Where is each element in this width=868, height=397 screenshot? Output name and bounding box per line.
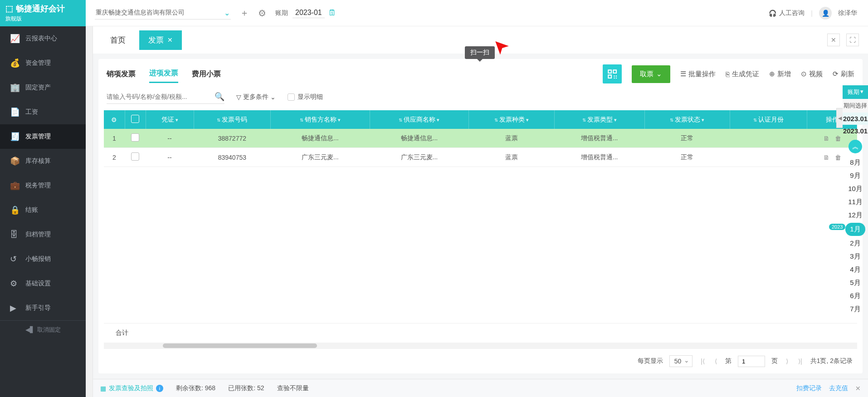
video-button[interactable]: ⊙视频	[801, 70, 823, 78]
search-icon[interactable]: 🔍	[215, 92, 224, 102]
row-index: 2	[104, 148, 125, 167]
month-option[interactable]: 3月	[843, 250, 868, 263]
th-number[interactable]: ⇅发票号码	[194, 110, 271, 129]
billing-link[interactable]: 扣费记录	[796, 384, 822, 392]
page-input[interactable]	[738, 356, 765, 367]
month-option[interactable]: 5月	[843, 276, 868, 289]
scroll-up-button[interactable]: ︽	[848, 140, 862, 153]
subtab-sales[interactable]: 销项发票	[107, 66, 136, 83]
settings-icon[interactable]: ⚙	[258, 8, 266, 19]
th-settings[interactable]: ⚙	[104, 110, 125, 129]
year-option[interactable]: 2023.01	[843, 125, 868, 137]
delete-icon[interactable]: 🗑	[835, 154, 841, 161]
gen-voucher-button[interactable]: ⎘生成凭证	[726, 70, 759, 78]
sidebar-unpin[interactable]: ◀▋取消固定	[0, 320, 86, 338]
last-page-button[interactable]: ⟩|	[796, 358, 804, 365]
period-value[interactable]: 2023-01	[293, 8, 325, 18]
batch-ops-button[interactable]: ☰批量操作	[680, 70, 716, 78]
row-checkbox[interactable]	[131, 152, 139, 161]
sidebar-item-guide[interactable]: ▶新手引导	[0, 296, 86, 320]
filter-icon: ▾	[437, 117, 439, 123]
fullscreen-button[interactable]: ⛶	[846, 34, 859, 46]
cell-voucher: --	[146, 148, 194, 167]
sidebar-item-archive[interactable]: 🗄归档管理	[0, 222, 86, 247]
month-option[interactable]: 6月	[843, 289, 868, 303]
sidebar-item-inventory[interactable]: 📦库存核算	[0, 149, 86, 173]
th-voucher[interactable]: 凭证▾	[146, 110, 194, 129]
horizontal-scrollbar[interactable]	[104, 343, 857, 349]
chevron-down-icon: ⌄	[224, 9, 230, 17]
sidebar-item-fixed-assets[interactable]: 🏢固定资产	[0, 75, 86, 100]
sidebar: 📈云报表中心 💰资金管理 🏢固定资产 📄工资 🧾发票管理 📦库存核算 💼税务管理…	[0, 26, 86, 397]
footer-title[interactable]: ▦发票查验及拍照i	[100, 384, 163, 392]
month-option[interactable]: 8月	[843, 156, 868, 169]
subtab-purchase[interactable]: 进项发票	[149, 65, 178, 83]
th-checkbox[interactable]	[125, 110, 146, 129]
view-icon[interactable]: 🗎	[823, 154, 829, 161]
th-auth-month[interactable]: ⇅认证月份	[730, 110, 807, 129]
period-label: 账期	[275, 9, 288, 17]
calendar-icon[interactable]: 🗓	[328, 8, 336, 18]
scan-qr-button[interactable]	[603, 64, 622, 83]
sidebar-item-tax[interactable]: 💼税务管理	[0, 173, 86, 198]
sidebar-item-reports[interactable]: 📈云报表中心	[0, 26, 86, 51]
tab-invoice[interactable]: 发票 ✕	[139, 30, 182, 50]
row-checkbox[interactable]	[131, 133, 139, 142]
search-input[interactable]	[107, 93, 215, 100]
sidebar-scrollbar[interactable]	[86, 26, 93, 397]
month-option[interactable]: 7月	[843, 303, 868, 316]
next-page-button[interactable]: ⟩	[784, 358, 790, 365]
cell-seller: 畅捷通信息...	[271, 129, 370, 148]
fetch-invoice-button[interactable]: 取票⌄	[632, 65, 670, 83]
close-footer-icon[interactable]: ✕	[855, 385, 861, 392]
scrollbar-thumb[interactable]	[163, 343, 317, 348]
sidebar-item-salary[interactable]: 📄工资	[0, 100, 86, 124]
user-name[interactable]: 徐泽华	[838, 9, 857, 17]
table-row[interactable]: 1 -- 38872772 畅捷通信息... 畅捷通信息... 蓝票 增值税普通…	[104, 129, 857, 148]
th-supplier[interactable]: ⇅供应商名称▾	[370, 110, 468, 129]
period-dropdown[interactable]: 账期▾	[843, 85, 868, 99]
show-detail-toggle[interactable]: 显示明细	[288, 93, 323, 101]
sidebar-item-closing[interactable]: 🔒结账	[0, 198, 86, 222]
close-tab-icon[interactable]: ✕	[167, 36, 173, 44]
sidebar-item-invoice[interactable]: 🧾发票管理	[0, 124, 86, 149]
month-option[interactable]: 1月2023	[845, 223, 865, 236]
refresh-button[interactable]: ⟳刷新	[833, 70, 854, 78]
prev-page-button[interactable]: ⟨	[713, 358, 719, 365]
th-seller[interactable]: ⇅销售方名称▾	[271, 110, 370, 129]
th-status[interactable]: ⇅发票状态▾	[644, 110, 730, 129]
add-icon[interactable]: ＋	[240, 7, 249, 19]
month-option[interactable]: 10月	[843, 182, 868, 196]
support-link[interactable]: 🎧 人工咨询	[769, 9, 805, 17]
avatar[interactable]: 👤	[819, 7, 832, 20]
building-icon: 🏢	[10, 83, 19, 93]
delete-icon[interactable]: 🗑	[835, 135, 841, 142]
cell-status: 正常	[644, 148, 730, 167]
month-option[interactable]: 9月	[843, 169, 868, 182]
sort-icon: ⇅	[753, 118, 757, 123]
recharge-link[interactable]: 去充值	[829, 384, 848, 392]
company-selector[interactable]: 重庆畅捷交通信息咨询有限公司 ⌄	[95, 7, 231, 20]
month-option[interactable]: 2月	[843, 237, 868, 250]
month-option[interactable]: 11月	[843, 196, 868, 209]
th-kind[interactable]: ⇅发票种类▾	[469, 110, 555, 129]
year-option[interactable]: 2023.01	[843, 113, 868, 125]
subtab-expense[interactable]: 费用小票	[192, 66, 221, 83]
search-input-wrap[interactable]: 🔍	[107, 90, 224, 104]
month-option[interactable]: 4月	[843, 263, 868, 276]
cell-number: 83940753	[194, 148, 271, 167]
view-icon[interactable]: 🗎	[823, 135, 829, 142]
more-conditions[interactable]: ▽更多条件⌄	[236, 93, 276, 101]
sidebar-item-reimburse[interactable]: ↺小畅报销	[0, 247, 86, 271]
per-page-select[interactable]: 50	[669, 355, 693, 367]
sidebar-item-funds[interactable]: 💰资金管理	[0, 51, 86, 75]
sidebar-item-settings[interactable]: ⚙基础设置	[0, 271, 86, 296]
first-page-button[interactable]: |⟨	[699, 358, 707, 365]
collapse-months-handle[interactable]: ◀	[836, 108, 843, 128]
tab-home[interactable]: 首页	[101, 30, 135, 50]
close-all-button[interactable]: ✕	[827, 34, 840, 46]
th-type[interactable]: ⇅发票类型▾	[554, 110, 644, 129]
table-row[interactable]: 2 -- 83940753 广东三元麦... 广东三元麦... 蓝票 增值税普通…	[104, 148, 857, 167]
new-button[interactable]: ⊕新增	[769, 70, 791, 78]
month-option[interactable]: 12月	[843, 209, 868, 222]
